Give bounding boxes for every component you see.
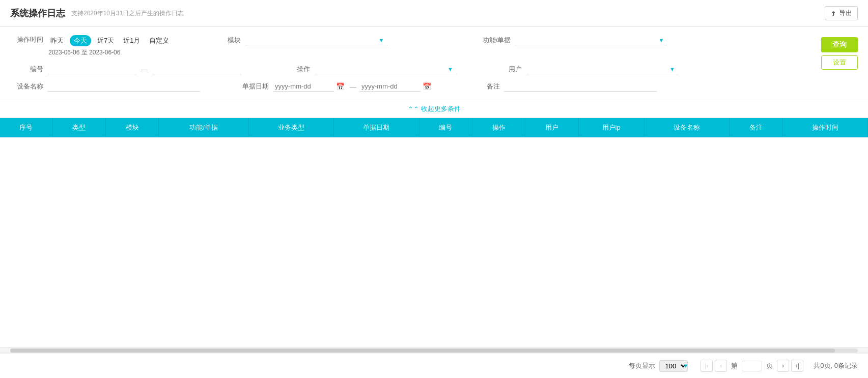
- module-label: 模块: [208, 36, 241, 45]
- time-btn-7days[interactable]: 近7天: [94, 35, 117, 46]
- settings-button[interactable]: 设置: [821, 55, 858, 70]
- table-header-row: 序号 类型 模块 功能/单据 业务类型 单据日期 编号 操作 用户 用户ip 设…: [0, 118, 868, 137]
- col-remark: 备注: [730, 118, 782, 137]
- scrollbar-track: [10, 348, 858, 353]
- code-to-input[interactable]: [152, 64, 241, 74]
- date-from-calendar-icon[interactable]: 📅: [336, 82, 345, 91]
- time-btn-today[interactable]: 今天: [70, 35, 91, 46]
- total-info: 共0页, 0条记录: [814, 361, 858, 370]
- remark-label: 备注: [467, 82, 500, 91]
- device-filter-block: 设备名称: [10, 81, 200, 92]
- filter-row-3: 设备名称 单据日期 📅 — 📅 备注: [10, 81, 811, 92]
- col-operation: 操作: [472, 118, 525, 137]
- export-icon: ⮭: [830, 10, 837, 17]
- code-from-input[interactable]: [47, 64, 137, 74]
- page-number-input[interactable]: 1: [742, 361, 762, 371]
- filter-area: 操作时间 昨天 今天 近7天 近1月 自定义 2023-06-06 至 2023…: [0, 27, 868, 100]
- doc-date-label: 单据日期: [236, 82, 269, 91]
- filter-left: 操作时间 昨天 今天 近7天 近1月 自定义 2023-06-06 至 2023…: [10, 35, 811, 92]
- operation-filter-block: 操作 ▼: [277, 64, 453, 74]
- collapse-button[interactable]: ⌃⌃ 收起更多条件: [408, 104, 461, 113]
- col-user-ip: 用户ip: [578, 118, 644, 137]
- remark-filter-block: 备注: [467, 81, 657, 92]
- table-container: 序号 类型 模块 功能/单据 业务类型 单据日期 编号 操作 用户 用户ip 设…: [0, 118, 868, 347]
- function-filter-block: 功能/单据 ▼: [478, 35, 664, 45]
- function-input[interactable]: [515, 35, 667, 45]
- first-page-button[interactable]: |‹: [701, 360, 713, 372]
- per-page-select[interactable]: 50 100 200: [659, 360, 688, 372]
- col-biz-type: 业务类型: [248, 118, 333, 137]
- time-btn-yesterday[interactable]: 昨天: [47, 35, 67, 46]
- user-select-wrap: ▼: [526, 64, 675, 74]
- query-button[interactable]: 查询: [821, 37, 858, 52]
- col-op-time: 操作时间: [782, 118, 868, 137]
- module-input[interactable]: [245, 35, 387, 45]
- user-input[interactable]: [526, 64, 679, 74]
- operation-label: 操作: [277, 65, 310, 74]
- doc-date-filter-block: 单据日期 📅 — 📅: [236, 81, 431, 92]
- doc-date-to-input[interactable]: [359, 81, 421, 92]
- page-container: 系统操作日志 支持2020年10月31日之后产生的操作日志 ⮭ 导出 操作时间 …: [0, 0, 868, 378]
- module-select-wrap: ▼: [245, 35, 384, 45]
- filter-row-1: 操作时间 昨天 今天 近7天 近1月 自定义 2023-06-06 至 2023…: [10, 35, 811, 57]
- col-device: 设备名称: [644, 118, 729, 137]
- col-module: 模块: [106, 118, 159, 137]
- page-title: 系统操作日志: [10, 7, 65, 19]
- time-filter-block: 操作时间 昨天 今天 近7天 近1月 自定义 2023-06-06 至 2023…: [10, 35, 172, 57]
- function-label: 功能/单据: [478, 36, 511, 45]
- pagination: 每页显示 50 100 200 ▼ |‹ ‹ 第 1 页 › ›| 共0页, 0…: [0, 353, 868, 378]
- remark-input[interactable]: [504, 81, 657, 92]
- data-table: 序号 类型 模块 功能/单据 业务类型 单据日期 编号 操作 用户 用户ip 设…: [0, 118, 868, 137]
- next-page-button[interactable]: ›: [777, 360, 789, 372]
- col-seq: 序号: [0, 118, 52, 137]
- filter-row-2: 编号 — 操作 ▼ 用户: [10, 64, 811, 74]
- time-buttons: 昨天 今天 近7天 近1月 自定义: [47, 35, 172, 46]
- scrollbar-thumb[interactable]: [10, 348, 835, 353]
- device-label: 设备名称: [10, 82, 43, 91]
- page-subtitle: 支持2020年10月31日之后产生的操作日志: [71, 9, 184, 18]
- code-label: 编号: [10, 65, 43, 74]
- code-dash: —: [141, 66, 148, 73]
- time-filter: 昨天 今天 近7天 近1月 自定义 2023-06-06 至 2023-06-0…: [47, 35, 172, 57]
- time-btn-custom[interactable]: 自定义: [146, 35, 172, 46]
- time-label: 操作时间: [10, 35, 43, 44]
- empty-body: [0, 137, 868, 347]
- device-input[interactable]: [47, 81, 200, 92]
- filter-main: 操作时间 昨天 今天 近7天 近1月 自定义 2023-06-06 至 2023…: [10, 35, 858, 92]
- prev-page-button[interactable]: ‹: [715, 360, 727, 372]
- col-function: 功能/单据: [159, 118, 248, 137]
- time-date-range: 2023-06-06 至 2023-06-06: [47, 48, 172, 57]
- page-nav: |‹ ‹ 第 1 页 › ›|: [701, 360, 803, 372]
- export-label: 导出: [839, 9, 852, 18]
- per-page-label: 每页显示: [629, 361, 655, 370]
- module-filter-block: 模块 ▼: [208, 35, 442, 45]
- export-button[interactable]: ⮭ 导出: [825, 6, 858, 20]
- scrollbar-area[interactable]: [0, 347, 868, 353]
- function-select-wrap: ▼: [515, 35, 664, 45]
- date-range-dash: —: [350, 83, 356, 91]
- collapse-bar[interactable]: ⌃⌃ 收起更多条件: [0, 100, 868, 118]
- page-label: 第: [731, 361, 738, 370]
- page-header: 系统操作日志 支持2020年10月31日之后产生的操作日志 ⮭ 导出: [0, 0, 868, 27]
- last-page-button[interactable]: ›|: [791, 360, 803, 372]
- doc-date-from-input[interactable]: [273, 81, 334, 92]
- col-doc-date: 单据日期: [334, 118, 419, 137]
- col-type: 类型: [52, 118, 105, 137]
- time-btn-1month[interactable]: 近1月: [120, 35, 143, 46]
- table-head: 序号 类型 模块 功能/单据 业务类型 单据日期 编号 操作 用户 用户ip 设…: [0, 118, 868, 137]
- operation-select-wrap: ▼: [314, 64, 453, 74]
- action-buttons: 查询 设置: [821, 35, 858, 70]
- collapse-label: 收起更多条件: [421, 104, 461, 113]
- collapse-up-icon: ⌃⌃: [408, 105, 419, 113]
- col-user: 用户: [525, 118, 578, 137]
- user-filter-block: 用户 ▼: [489, 64, 675, 74]
- date-to-calendar-icon[interactable]: 📅: [423, 82, 431, 91]
- page-unit: 页: [766, 361, 773, 370]
- operation-input[interactable]: [314, 64, 457, 74]
- user-label: 用户: [489, 65, 522, 74]
- code-filter-block: 编号 —: [10, 64, 241, 74]
- col-code: 编号: [419, 118, 472, 137]
